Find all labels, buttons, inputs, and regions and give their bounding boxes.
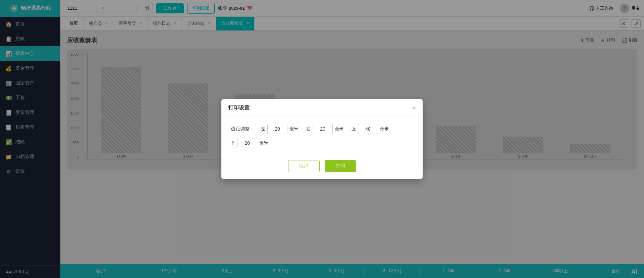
bottom-unit-label: 毫米: [259, 140, 268, 146]
margin-top-input[interactable]: [358, 124, 378, 134]
cancel-button[interactable]: 取消: [288, 160, 320, 172]
margin-bottom-group: 下 毫米: [231, 138, 268, 148]
top-unit-label: 毫米: [380, 126, 389, 132]
bottom-direction-label: 下: [231, 140, 235, 146]
print-button[interactable]: 打印: [325, 160, 356, 172]
modal-close-button[interactable]: ×: [412, 105, 416, 112]
modal-body: 边距调整： 左 毫米 右 毫米 上 毫米 下 毫米: [221, 116, 423, 156]
modal-footer: 取消 打印: [221, 156, 423, 179]
print-settings-dialog: 打印设置 × 边距调整： 左 毫米 右 毫米 上 毫米 下: [221, 99, 423, 179]
margin-right-group: 右 毫米: [306, 124, 343, 134]
margin-left-group: 左 毫米: [261, 124, 298, 134]
left-direction-label: 左: [261, 126, 265, 132]
left-unit-label: 毫米: [289, 126, 298, 132]
top-direction-label: 上: [352, 126, 356, 132]
right-direction-label: 右: [306, 126, 311, 132]
right-unit-label: 毫米: [335, 126, 343, 132]
margin-label: 边距调整：: [231, 126, 254, 132]
margin-right-input[interactable]: [313, 124, 333, 134]
modal-title: 打印设置: [228, 105, 250, 112]
margin-top-group: 上 毫米: [352, 124, 389, 134]
modal-overlay: 打印设置 × 边距调整： 左 毫米 右 毫米 上 毫米 下: [0, 0, 644, 278]
margin-bottom-input[interactable]: [237, 138, 257, 148]
margin-left-input[interactable]: [267, 124, 287, 134]
modal-header: 打印设置 ×: [221, 99, 423, 116]
